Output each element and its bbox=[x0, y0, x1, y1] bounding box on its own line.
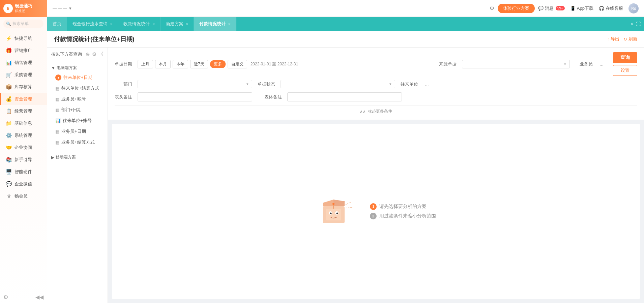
sidebar-item-label: 系统管理 bbox=[14, 132, 32, 139]
user-avatar[interactable]: Rit bbox=[628, 3, 639, 13]
dept-label: 部门 bbox=[115, 81, 132, 87]
body-note-input[interactable] bbox=[287, 92, 402, 101]
tab-payment-close[interactable]: × bbox=[228, 22, 230, 26]
marketing-icon: 🎁 bbox=[6, 48, 12, 54]
scheme-mobile-title[interactable]: ▶ 移动端方案 bbox=[47, 153, 108, 161]
experience-btn[interactable]: 体验行业方案 bbox=[498, 4, 535, 13]
collapse-sidebar-icon[interactable]: ◀◀ bbox=[35, 294, 43, 300]
related-unit-ellipsis[interactable]: ... bbox=[423, 82, 430, 87]
date-btn-this-month[interactable]: 本月 bbox=[155, 60, 171, 68]
messages-btn[interactable]: 💬 消息 99+ bbox=[538, 5, 565, 11]
section-label: 电脑端方案 bbox=[57, 65, 77, 71]
sidebar-item-basicinfo[interactable]: 📁 基础信息 bbox=[0, 117, 47, 129]
dropdown-arrow[interactable]: ▾ bbox=[69, 6, 71, 11]
sidebar-item-system[interactable]: ⚙️ 系统管理 bbox=[0, 129, 47, 142]
scheme-item-staff-date[interactable]: ▦ 业务员+日期 bbox=[47, 126, 108, 137]
dept-select[interactable]: ▾ bbox=[138, 80, 252, 88]
sidebar-item-guide[interactable]: 📚 新手引导 bbox=[0, 154, 47, 166]
scheme-item-unit-date[interactable]: ● 往来单位+日期 bbox=[47, 72, 108, 83]
scheme-add-icon[interactable]: ⊕ bbox=[86, 51, 90, 57]
sidebar-search-inner[interactable]: 🔍 搜索菜单 bbox=[3, 20, 43, 28]
date-btn-last-month[interactable]: 上月 bbox=[138, 60, 153, 68]
sidebar-item-capital[interactable]: 💰 资金管理 bbox=[0, 93, 47, 105]
settings-btn[interactable]: 设置 bbox=[613, 65, 637, 76]
sidebar-bottom: ⚙ ◀◀ bbox=[0, 291, 47, 303]
sidebar-item-quicknav[interactable]: ⚡ 快捷导航 bbox=[0, 32, 47, 44]
query-btn[interactable]: 查询 bbox=[613, 52, 637, 63]
tab-bank-close[interactable]: × bbox=[110, 22, 112, 26]
dept-select-arrow: ▾ bbox=[246, 82, 248, 86]
logo-icon: 6 bbox=[3, 4, 13, 13]
sidebar-item-inventory[interactable]: 📦 库存核算 bbox=[0, 81, 47, 93]
settings-bottom-icon[interactable]: ⚙ bbox=[3, 294, 8, 300]
empty-state-content: 1 请先选择要分析的方案 2 用过滤条件来缩小分析范围 bbox=[316, 194, 436, 228]
search-label: 搜索菜单 bbox=[12, 21, 29, 27]
date-buttons: 上月 本月 本年 近7天 更多 自定义 2022-01-01 至 2022-12… bbox=[138, 60, 298, 68]
sidebar-item-operations[interactable]: 📋 经营管理 bbox=[0, 105, 47, 117]
empty-state: 1 请先选择要分析的方案 2 用过滤条件来缩小分析范围 bbox=[112, 124, 640, 299]
doc-status-select[interactable]: ▾ bbox=[281, 80, 395, 88]
sidebar-nav: ⚡ 快捷导航 🎁 营销推广 📊 销售管理 🛒 采购管理 📦 库存核算 💰 资金管… bbox=[0, 31, 47, 291]
header-settings-icon[interactable]: ⚙ bbox=[490, 5, 494, 11]
tab-new-scheme-close[interactable]: × bbox=[186, 22, 188, 26]
scheme-item-dept-date[interactable]: ▦ 部门+日期 bbox=[47, 104, 108, 115]
guide-icon: 📚 bbox=[6, 157, 12, 163]
date-btn-more[interactable]: 更多 bbox=[210, 60, 226, 68]
scheme-item-unit-settle[interactable]: ▦ 往来单位+结算方式 bbox=[47, 83, 108, 94]
empty-step-1: 1 请先选择要分析的方案 bbox=[370, 203, 436, 210]
scheme-table-icon: ▦ bbox=[55, 97, 59, 102]
date-btn-custom[interactable]: 自定义 bbox=[228, 60, 247, 68]
refresh-btn[interactable]: ↻ 刷新 bbox=[623, 36, 637, 42]
sidebar-item-sales[interactable]: 📊 销售管理 bbox=[0, 57, 47, 69]
scheme-item-label: 业务员+日期 bbox=[61, 128, 86, 134]
filter-collapse-btn[interactable]: ∧∧ 收起更多条件 bbox=[115, 105, 637, 117]
source-select[interactable]: ▾ bbox=[462, 60, 570, 68]
scheme-panel: 按以下方案查询 ⊕ ⚙ 《 ▼ 电脑端方案 ● 往来单位+日期 bbox=[47, 48, 108, 303]
scheme-item-unit-account[interactable]: 📊 往来单位+账号 bbox=[47, 115, 108, 126]
scheme-item-staff-settle[interactable]: ▦ 业务员+结算方式 bbox=[47, 137, 108, 148]
logo-text-block: 畅捷通巧 标准版 bbox=[15, 3, 32, 13]
filter-area: 单据日期 上月 本月 本年 近7天 更多 自定义 2022-01-01 至 20… bbox=[108, 48, 644, 120]
sidebar-item-marketing[interactable]: 🎁 营销推广 bbox=[0, 44, 47, 57]
collapse-label: 收起更多条件 bbox=[368, 109, 392, 114]
fullscreen-icon[interactable]: ⛶ bbox=[636, 21, 641, 27]
scheme-item-label: 往来单位+结算方式 bbox=[61, 85, 99, 91]
staff-label: 业务员 bbox=[575, 61, 593, 67]
empty-illustration bbox=[316, 194, 356, 228]
head-note-input[interactable] bbox=[138, 92, 252, 101]
app-download-btn[interactable]: 📱 App下载 bbox=[570, 5, 593, 11]
online-service-btn[interactable]: 🎧 在线客服 bbox=[599, 5, 623, 11]
scheme-settings-icon[interactable]: ⚙ bbox=[92, 51, 96, 57]
sidebar-item-label: 新手引导 bbox=[14, 157, 32, 163]
scheme-collapse-icon[interactable]: 《 bbox=[98, 51, 104, 57]
tab-bank[interactable]: 现金银行流水查询 × bbox=[67, 17, 118, 31]
export-btn[interactable]: ↑ 导出 bbox=[607, 36, 620, 42]
date-range-text: 2022-01-01 至 2022-12-31 bbox=[251, 61, 298, 67]
empty-text: 1 请先选择要分析的方案 2 用过滤条件来缩小分析范围 bbox=[370, 203, 436, 219]
scheme-desktop-title[interactable]: ▼ 电脑端方案 bbox=[47, 64, 108, 72]
scheme-item-staff-account[interactable]: ▦ 业务员+账号 bbox=[47, 94, 108, 104]
tab-collection[interactable]: 收款情况统计 × bbox=[118, 17, 160, 31]
tab-payment[interactable]: 付款情况统计 × bbox=[194, 17, 236, 31]
sidebar-item-hardware[interactable]: 🖥️ 智能硬件 bbox=[0, 166, 47, 178]
sidebar-item-enterprise[interactable]: 🤝 企业协同 bbox=[0, 142, 47, 154]
head-note-label: 表头备注 bbox=[115, 94, 132, 100]
sidebar-search-container[interactable]: 🔍 搜索菜单 bbox=[0, 17, 47, 31]
scheme-panel-header: 按以下方案查询 ⊕ ⚙ 《 bbox=[47, 48, 108, 61]
tab-home[interactable]: 首页 bbox=[47, 17, 67, 31]
related-unit-label: 往来单位 bbox=[401, 81, 418, 87]
close-all-tab-icon[interactable]: × bbox=[631, 21, 633, 27]
tab-new-scheme-label: 新建方案 bbox=[166, 21, 183, 27]
date-btn-this-year[interactable]: 本年 bbox=[173, 60, 188, 68]
collapse-up-icon: ∧∧ bbox=[360, 109, 366, 114]
date-btn-7days[interactable]: 近7天 bbox=[190, 60, 208, 68]
tab-collection-close[interactable]: × bbox=[152, 22, 154, 26]
sidebar-item-member[interactable]: ♕ 畅会员 bbox=[0, 190, 47, 202]
sidebar-item-wechat[interactable]: 💬 企业微信 bbox=[0, 178, 47, 190]
tab-new-scheme[interactable]: 新建方案 × bbox=[160, 17, 194, 31]
refresh-label: 刷新 bbox=[628, 36, 637, 42]
sidebar-item-label: 销售管理 bbox=[14, 60, 32, 66]
sidebar-item-purchase[interactable]: 🛒 采购管理 bbox=[0, 69, 47, 81]
source-select-arrow: ▾ bbox=[564, 62, 566, 66]
staff-ellipsis[interactable]: ... bbox=[598, 61, 605, 67]
